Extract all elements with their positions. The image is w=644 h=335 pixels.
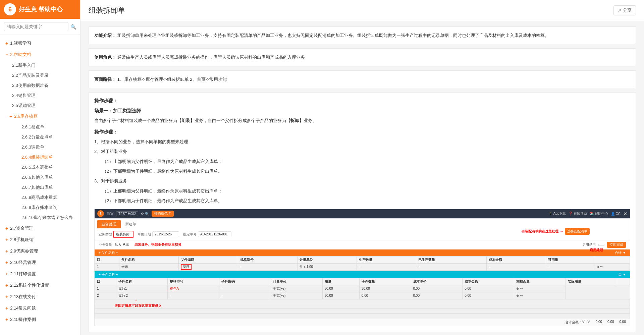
share-button[interactable]: ↗ 分享	[613, 5, 636, 15]
sim-icons: ⚙ 🔍	[141, 212, 149, 216]
nav-group-videos: + 1.视频学习	[0, 38, 80, 49]
sim-col-avail: 可用量	[546, 256, 594, 263]
nav-group-print: + 2.11打印设置	[0, 268, 80, 280]
sidebar-item-custom[interactable]: + 2.12系统个性化设置	[0, 280, 80, 291]
nav-group-ops: + 2.10经营管理	[0, 257, 80, 268]
sidebar-item-stockcheck[interactable]: 2.6.9库存账本查询	[19, 203, 80, 213]
sidebar-item-inventory[interactable]: − 2.6库存核算	[9, 111, 80, 122]
sim-type-input[interactable]: 组装拆卸	[113, 231, 133, 238]
sidebar-item-adjust[interactable]: 2.6.3调拨单	[19, 142, 80, 152]
sidebar-item-online[interactable]: + 2.13在线支付	[0, 291, 80, 302]
sidebar-item-otherin[interactable]: 2.6.6其他入库单	[19, 172, 80, 182]
sim-brand: 自贸	[107, 211, 113, 216]
nav-group-cases: + 2.15操作案例	[0, 314, 80, 325]
content-body: 功能介绍： 组装拆卸单用来处理企业组装或拆卸等加工业务，支持有固定装配清单的产品…	[80, 21, 644, 335]
content-header: 组装拆卸单 ↗ 分享	[80, 0, 644, 21]
sidebar-item-assembly[interactable]: 2.6.4组装拆卸单	[19, 152, 80, 162]
sidebar-item-ops[interactable]: + 2.10经营管理	[0, 257, 80, 268]
table-row: 2 腐蚀 2 - - 千克(+z) 30.00 0.00 0.00 0.00	[95, 292, 630, 299]
sim-enable-label: 启用品用	[582, 242, 596, 247]
sim-match-btn[interactable]: 选择匹配清单	[565, 228, 590, 235]
share-label: 分享	[623, 7, 632, 13]
sim-col-parent-code: 父件编码	[179, 256, 238, 263]
sidebar-item-new[interactable]: 2.1新手入门	[9, 60, 80, 70]
table-row: 1 米米 类目 - 件 x 1.00 - - - - ⊕ ✏	[95, 263, 630, 270]
table-row	[95, 299, 630, 304]
sim-col-prod-qty: 生产数量	[357, 256, 416, 263]
sidebar-item-label: 2.9优惠券管理	[10, 248, 38, 254]
expand-icon: +	[5, 317, 8, 322]
role-label: 使用角色：	[94, 55, 116, 60]
sim-enable-input[interactable]	[598, 244, 604, 246]
sim-tab-ops[interactable]: 业务处理	[97, 220, 121, 228]
sidebar-item-install[interactable]: 2.2产品安装及登录	[9, 70, 80, 80]
sim-avatar: 👤 CC	[611, 212, 621, 216]
step-2-1: （1）上部明细为父件明细，最终作为产成品生成其它入库单；	[94, 158, 630, 165]
sidebar-item-videos[interactable]: + 1.视频学习	[0, 38, 80, 49]
sim-form-bar: 业务类型 组装拆卸 单据日期 2019-12-26 批定单号 AD-201912…	[95, 229, 630, 240]
nav-sub-docs: 2.1新手入门 2.2产品安装及登录 2.3使用前数据准备 2.4销售管理 2.…	[0, 60, 80, 223]
sidebar-item-otherout[interactable]: 2.6.7其他出库单	[19, 182, 80, 192]
sim-close-icon[interactable]: ✕	[623, 211, 627, 216]
sim-annotation-1-container: 有装配清单的在这里处理 → 选择匹配清单	[522, 228, 590, 235]
sidebar-item-coupon[interactable]: + 2.9优惠券管理	[0, 245, 80, 257]
role-block: 使用角色： 通常由生产人员或库管人员完成拆装业务的操作，库管人员确认原材料的出库…	[89, 48, 636, 66]
sidebar-item-stockerror[interactable]: 2.6.10库存账本错了怎么办	[19, 213, 80, 223]
sim-scan-btn[interactable]: 扫描颜色卡	[152, 211, 174, 217]
sidebar-item-costrecalc[interactable]: 2.6.8商品成本重算	[19, 192, 80, 203]
nav-group-coupon: + 2.9优惠券管理	[0, 245, 80, 257]
sidebar-item-faq[interactable]: + 2.14常见问题	[0, 302, 80, 314]
search-box: 🔍	[0, 19, 80, 35]
share-icon: ↗	[618, 8, 622, 13]
expand-icon: +	[5, 283, 8, 288]
scene1-heading: 场景一：加工类型选择	[94, 108, 630, 114]
path-block: 页面路径： 1、库存核算->库存管理->组装拆卸单 2、首页->常用功能	[89, 70, 636, 88]
sim-ui: 6 自贸 TEST-H002 ⚙ 🔍 扫描颜色卡 📱 App下载 ❓ 在线帮助 …	[95, 209, 630, 326]
sim-app-icon: 📱 App下载	[548, 211, 566, 216]
nav-list: + 1.视频学习 − 2.帮助文档 2.1新手入门 2.2产品安装及登录 2.3…	[0, 35, 80, 335]
nav-group-custom: + 2.12系统个性化设置	[0, 280, 80, 291]
expand-icon: +	[5, 271, 8, 277]
sim-confirm-btn[interactable]: 立即完成	[607, 242, 626, 248]
steps-heading: 操作步骤：	[94, 129, 630, 135]
sidebar-item-purchase[interactable]: 2.5采购管理	[9, 101, 80, 111]
sim-upper-header: + 父件名称 + 合计 ▼	[95, 249, 630, 256]
sidebar-item-stocktake[interactable]: 2.6.1盘点单	[19, 122, 80, 132]
sim-total-2: 0.00	[596, 320, 602, 325]
step-3: 3、对于拆装业务	[94, 177, 630, 185]
sidebar-item-cases[interactable]: + 2.15操作案例	[0, 314, 80, 325]
sim-lower-table-container: ☐ 子件名称 规格型号 子件编码 计量单位 用量 子件数量 成本单价 成本金额	[95, 278, 630, 318]
nav-group-mobile: + 2.8手机旺铺	[0, 234, 80, 245]
nav-group-inventory: − 2.6库存核算 2.6.1盘点单 2.6.2分量盘点单 2.6.3调拨单 2…	[9, 111, 80, 223]
sim-tab-bar: 业务处理 新建单	[95, 219, 630, 229]
sidebar-item-partial[interactable]: 2.6.2分量盘点单	[19, 132, 80, 142]
step-1: 1、根据不同的业务，选择不同单据的类型来处理	[94, 138, 630, 146]
sim-tab-new[interactable]: 新建单	[121, 220, 141, 228]
sidebar-item-label: 2.15操作案例	[10, 317, 36, 323]
sim-col-ops	[594, 256, 630, 263]
sidebar-item-label: 2.10经营管理	[10, 260, 36, 266]
logo-icon: 6	[4, 3, 16, 15]
sim-date-input[interactable]: 2019-12-26	[152, 231, 179, 237]
sim-switch-area: 业务数量 从入 从出 组装业务、拆卸业务在这里切换	[99, 242, 181, 247]
nav-group-docs: − 2.帮助文档 2.1新手入门 2.2产品安装及登录 2.3使用前数据准备 2…	[0, 49, 80, 223]
sidebar-item-data[interactable]: 2.3使用前数据准备	[9, 80, 80, 91]
collapse-icon: −	[9, 114, 12, 119]
step-2: 2、对于组装业务	[94, 148, 630, 155]
sidebar-item-docs[interactable]: − 2.帮助文档	[0, 49, 80, 60]
sidebar-item-costadjust[interactable]: 2.6.5成本调整单	[19, 162, 80, 172]
sidebar-item-sales[interactable]: 2.4销售管理	[9, 91, 80, 101]
search-icon[interactable]: 🔍	[70, 24, 76, 30]
sidebar-item-label: 2.13在线支付	[10, 294, 36, 300]
sidebar-item-finance[interactable]: + 2.7资金管理	[0, 223, 80, 234]
intro-text: 组装拆卸单用来处理企业组装或拆卸等加工业务，支持有固定装配清单的产品加工业务，也…	[117, 33, 549, 38]
collapse-icon: −	[5, 52, 8, 57]
search-input[interactable]	[4, 22, 68, 31]
sim-docno-input[interactable]: AD-20191226-001	[198, 231, 231, 237]
path-text: 1、库存核算->库存管理->组装拆卸单 2、首页->常用功能	[117, 77, 227, 82]
sidebar-title: 好生意 帮助中心	[19, 5, 63, 13]
sidebar-item-print[interactable]: + 2.11打印设置	[0, 268, 80, 280]
sim-col-produced: 已生产数量	[416, 256, 487, 263]
table-row	[95, 304, 630, 309]
sidebar-item-mobile[interactable]: + 2.8手机旺铺	[0, 234, 80, 245]
